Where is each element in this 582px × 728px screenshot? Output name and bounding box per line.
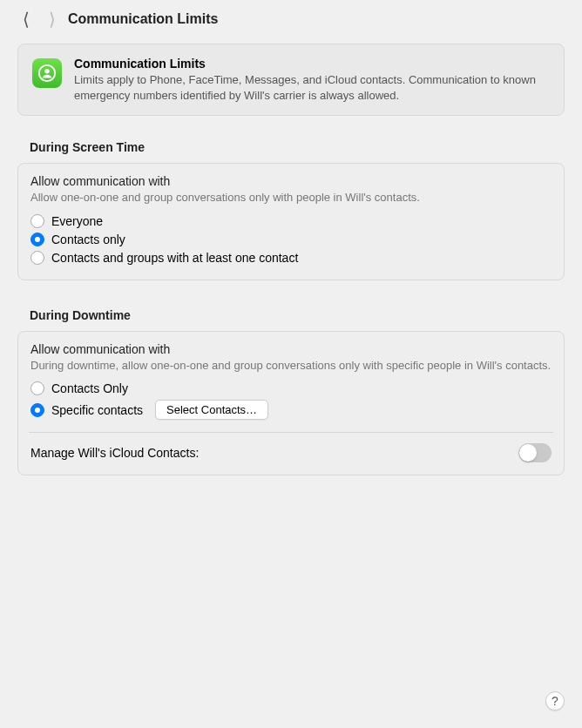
back-button[interactable]: ⟨: [23, 10, 30, 28]
page-title: Communication Limits: [68, 11, 218, 27]
info-description: Limits apply to Phone, FaceTime, Message…: [74, 72, 550, 103]
radio-downtime-contacts-only-input[interactable]: [30, 381, 44, 395]
svg-point-1: [44, 69, 50, 74]
radio-contacts-groups-input[interactable]: [30, 251, 44, 265]
radio-downtime-contacts-only-label: Contacts Only: [51, 381, 128, 395]
radio-specific-contacts[interactable]: Specific contacts Select Contacts…: [30, 400, 552, 420]
manage-icloud-row: Manage Will's iCloud Contacts:: [30, 442, 552, 464]
info-title: Communication Limits: [74, 57, 550, 71]
radio-contacts-groups[interactable]: Contacts and groups with at least one co…: [30, 251, 552, 265]
radio-downtime-contacts-only[interactable]: Contacts Only: [30, 381, 552, 395]
info-card: Communication Limits Limits apply to Pho…: [17, 44, 565, 116]
manage-icloud-toggle[interactable]: [518, 443, 552, 462]
communication-limits-icon: [32, 58, 62, 88]
manage-icloud-label: Manage Will's iCloud Contacts:: [30, 446, 199, 460]
downtime-sub-title: Allow communication with: [30, 342, 552, 356]
radio-everyone[interactable]: Everyone: [30, 214, 552, 228]
forward-button[interactable]: ⟩: [49, 10, 56, 28]
header: ⟨ ⟩ Communication Limits: [17, 10, 565, 28]
screen-time-panel: Allow communication with Allow one-on-on…: [17, 163, 565, 280]
nav-arrows: ⟨ ⟩: [23, 10, 56, 28]
screen-time-sub-desc: Allow one-on-one and group conversations…: [30, 190, 552, 206]
screen-time-section-title: During Screen Time: [30, 140, 565, 154]
radio-everyone-label: Everyone: [51, 214, 103, 228]
radio-contacts-only[interactable]: Contacts only: [30, 233, 552, 246]
divider: [29, 432, 553, 433]
help-button[interactable]: ?: [545, 691, 565, 711]
downtime-section-title: During Downtime: [30, 308, 565, 322]
downtime-sub-desc: During downtime, allow one-on-one and gr…: [30, 358, 552, 374]
radio-contacts-only-input[interactable]: [30, 233, 44, 246]
select-contacts-button[interactable]: Select Contacts…: [155, 400, 268, 420]
radio-specific-contacts-label: Specific contacts: [51, 403, 143, 417]
radio-everyone-input[interactable]: [30, 214, 44, 228]
screen-time-sub-title: Allow communication with: [30, 174, 552, 188]
radio-contacts-only-label: Contacts only: [51, 233, 125, 246]
radio-specific-contacts-input[interactable]: [30, 403, 44, 417]
info-text: Communication Limits Limits apply to Pho…: [74, 57, 550, 103]
radio-contacts-groups-label: Contacts and groups with at least one co…: [51, 251, 298, 265]
downtime-panel: Allow communication with During downtime…: [17, 331, 565, 476]
